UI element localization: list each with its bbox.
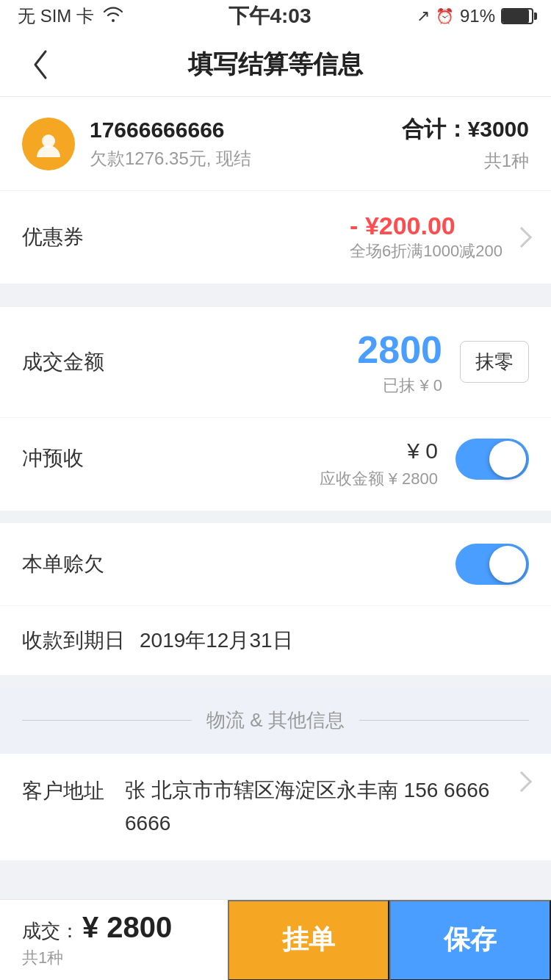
- coupon-discount: - ¥200.00: [350, 212, 503, 240]
- ben-dan-shequian-toggle[interactable]: [455, 544, 529, 585]
- address-value: 张 北京市市辖区海淀区永丰南 156 6666 6666: [125, 774, 497, 840]
- chong-yushou-row: 冲预收 ¥ 0 应收金额 ¥ 2800: [0, 418, 551, 511]
- status-bar: 无 SIM 卡 下午4:03 ↗ ⏰ 91%: [0, 0, 551, 32]
- customer-debt: 欠款1276.35元, 现结: [90, 147, 402, 170]
- section-divider-2: [0, 511, 551, 523]
- bottom-deal-row: 成交： ¥ 2800: [22, 911, 206, 944]
- chong-yushou-toggle[interactable]: [455, 439, 529, 480]
- customer-total: 合计：¥3000 共1种: [402, 115, 529, 173]
- avatar: [22, 118, 75, 170]
- nav-bar: 填写结算等信息: [0, 32, 551, 97]
- deal-amount-label: 成交金额: [22, 348, 125, 376]
- logistics-header: 物流 & 其他信息: [0, 687, 551, 754]
- total-count: 共1种: [402, 149, 529, 173]
- toggle-knob-2: [489, 546, 526, 583]
- section-divider-3: [0, 675, 551, 687]
- content-area: 17666666666 欠款1276.35元, 现结 合计：¥3000 共1种 …: [0, 97, 551, 980]
- chong-sub: 应收金额 ¥ 2800: [125, 468, 438, 490]
- section-divider-1: [0, 295, 551, 307]
- address-chevron-icon: [511, 771, 532, 792]
- status-right: ↗ ⏰ 91%: [417, 6, 533, 26]
- chong-label: 冲预收: [22, 439, 125, 472]
- chong-amount: ¥ 0: [125, 439, 438, 464]
- battery-icon: [501, 8, 533, 24]
- total-amount-value: ¥3000: [468, 117, 529, 141]
- round-zero-container: 抹零: [460, 341, 529, 383]
- alarm-icon: ⏰: [436, 7, 454, 25]
- ben-dan-shequian-row: 本单赊欠: [0, 523, 551, 606]
- bottom-amount: ¥ 2800: [82, 911, 172, 944]
- bottom-deal-label: 成交：: [22, 918, 79, 944]
- coupon-right: - ¥200.00 全场6折满1000减200: [350, 212, 529, 263]
- customer-phone: 17666666666: [90, 118, 402, 143]
- status-time: 下午4:03: [228, 2, 311, 30]
- collection-date-row: 收款到期日 2019年12月31日: [0, 606, 551, 675]
- battery-percent: 91%: [460, 6, 495, 26]
- deal-amount-value: 2800: [125, 328, 442, 372]
- bottom-bar: 成交： ¥ 2800 共1种 挂单 保存: [0, 899, 551, 980]
- customer-card: 17666666666 欠款1276.35元, 现结 合计：¥3000 共1种 …: [0, 97, 551, 284]
- logistics-line-right: [359, 720, 529, 721]
- date-label: 收款到期日: [22, 627, 125, 655]
- debt-label: 本单赊欠: [22, 550, 455, 578]
- logistics-text: 物流 & 其他信息: [206, 707, 345, 733]
- status-left: 无 SIM 卡: [18, 4, 123, 28]
- save-button[interactable]: 保存: [389, 900, 551, 981]
- coupon-row[interactable]: 优惠券 - ¥200.00 全场6折满1000减200: [0, 191, 551, 284]
- toggle-knob: [489, 441, 526, 478]
- wifi-icon: [103, 6, 123, 26]
- chevron-right-icon: [511, 227, 532, 248]
- coupon-desc: 全场6折满1000减200: [350, 240, 503, 263]
- logistics-line-left: [22, 720, 192, 721]
- date-value: 2019年12月31日: [140, 627, 293, 655]
- back-button[interactable]: [18, 43, 62, 87]
- location-icon: ↗: [417, 7, 430, 26]
- bottom-summary: 成交： ¥ 2800 共1种: [0, 911, 228, 969]
- deal-amount-row: 成交金额 2800 已抹 ¥ 0 抹零: [0, 307, 551, 418]
- deal-amount-sub: 已抹 ¥ 0: [125, 375, 442, 397]
- total-label: 合计：: [402, 117, 468, 141]
- carrier-label: 无 SIM 卡: [18, 4, 94, 28]
- customer-row: 17666666666 欠款1276.35元, 现结 合计：¥3000 共1种: [0, 97, 551, 191]
- chong-values: ¥ 0 应收金额 ¥ 2800: [125, 439, 438, 490]
- customer-info: 17666666666 欠款1276.35元, 现结: [90, 118, 402, 170]
- chong-toggle-container: [455, 439, 529, 480]
- address-label: 客户地址: [22, 774, 125, 805]
- hang-single-button[interactable]: 挂单: [228, 900, 389, 981]
- coupon-label: 优惠券: [22, 223, 84, 251]
- page-title: 填写结算等信息: [62, 48, 489, 82]
- round-zero-button[interactable]: 抹零: [460, 341, 529, 383]
- address-row[interactable]: 客户地址 张 北京市市辖区海淀区永丰南 156 6666 6666: [0, 754, 551, 862]
- total-amount: 合计：¥3000: [402, 115, 529, 145]
- bottom-count: 共1种: [22, 947, 206, 969]
